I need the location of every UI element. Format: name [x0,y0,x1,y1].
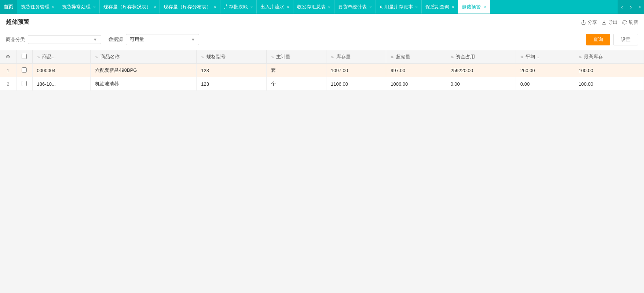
datasource-label: 数据源 [109,36,123,43]
category-filter-group: 商品分类 ▼ [6,35,101,44]
tab-10[interactable]: 保质期查询 × [422,0,458,14]
row-over-1: 1006.00 [386,77,446,91]
tab-3-close[interactable]: × [154,5,156,9]
row-code-1: 186-10... [32,77,91,91]
tab-5-close[interactable]: × [250,5,253,9]
row-checkbox-0[interactable] [22,67,27,73]
share-action[interactable]: 分享 [581,19,597,26]
sort-icon-name: ⇅ [95,55,98,59]
tab-10-close[interactable]: × [452,5,454,9]
sort-icon-unit: ⇅ [271,55,274,59]
row-unit-1: 个 [266,77,326,91]
sort-icon-over: ⇅ [391,55,394,59]
nav-arrow-left[interactable]: ‹ [618,0,626,14]
category-select-arrow: ▼ [93,37,97,42]
tab-9[interactable]: 可用量库存账本 × [376,0,422,14]
top-navigation: 首页 拣货任务管理 × 拣货异常处理 × 现存量（库存状况表） × 现存量（库存… [0,0,644,14]
row-seq-1: 2 [0,77,16,91]
datasource-select[interactable]: 可用量 ▼ [126,34,199,45]
row-spec-0: 123 [197,64,266,77]
gear-icon[interactable]: ⚙ [6,53,10,60]
col-spec-header[interactable]: ⇅ 规格型号 [197,50,266,64]
tab-8-close[interactable]: × [369,5,372,9]
col-avg-header[interactable]: ⇅ 平均... [516,50,574,64]
page-container: 超储预警 分享 导出 刷新 [0,14,644,91]
col-stock-header[interactable]: ⇅ 库存量 [326,50,386,64]
data-table: ⚙ ⇅ 商品... ⇅ 商品名称 ⇅ 规格型号 [0,50,644,91]
col-unit-header[interactable]: ⇅ 主计量 [266,50,326,64]
page-header: 超储预警 分享 导出 刷新 [0,14,644,29]
sort-icon-stock: ⇅ [331,55,334,59]
col-code-header[interactable]: ⇅ 商品... [32,50,91,64]
export-action[interactable]: 导出 [601,19,618,26]
nav-arrows: ‹ › × [618,0,644,14]
tab-2[interactable]: 拣货异常处理 × [58,0,99,14]
tab-1-close[interactable]: × [52,5,54,9]
tab-6[interactable]: 出入库流水 × [257,0,293,14]
col-capital-header[interactable]: ⇅ 资金占用 [446,50,516,64]
tab-7-close[interactable]: × [328,5,330,9]
settings-button[interactable]: 设置 [613,34,638,45]
refresh-icon [622,20,627,25]
col-over-header[interactable]: ⇅ 超储量 [386,50,446,64]
tab-6-close[interactable]: × [287,5,289,9]
refresh-action[interactable]: 刷新 [622,19,638,26]
table-body: 1 0000004 六配套新昌490BPG 123 套 1097.00 997.… [0,64,644,91]
col-max-header[interactable]: ⇅ 最高库存 [574,50,644,64]
row-avg-0: 260.00 [516,64,574,77]
tab-8[interactable]: 要货单统计表 × [334,0,376,14]
col-name-header[interactable]: ⇅ 商品名称 [91,50,197,64]
row-stock-0: 1097.00 [326,64,386,77]
table-row[interactable]: 1 0000004 六配套新昌490BPG 123 套 1097.00 997.… [0,64,644,77]
table-row[interactable]: 2 186-10... 机油滤清器 123 个 1106.00 1006.00 … [0,77,644,91]
header-actions: 分享 导出 刷新 [581,19,638,26]
row-over-0: 997.00 [386,64,446,77]
category-select[interactable]: ▼ [28,35,101,44]
nav-home[interactable]: 首页 [0,0,17,14]
row-checkbox-1[interactable] [22,81,27,86]
sort-icon-code: ⇅ [37,55,40,59]
nav-arrow-close[interactable]: × [635,0,644,14]
sort-icon-max: ⇅ [579,55,582,59]
tab-1[interactable]: 拣货任务管理 × [17,0,58,14]
filter-actions: 查询 设置 [586,34,638,45]
filter-area: 商品分类 ▼ 数据源 可用量 ▼ 查询 设置 [0,29,644,50]
sort-icon-capital: ⇅ [451,55,454,59]
col-gear: ⚙ [0,50,16,64]
category-label: 商品分类 [6,36,25,43]
tab-5[interactable]: 库存批次账 × [220,0,257,14]
table-container: ⚙ ⇅ 商品... ⇅ 商品名称 ⇅ 规格型号 [0,50,644,91]
tab-3[interactable]: 现存量（库存状况表） × [100,0,160,14]
tab-2-close[interactable]: × [93,5,95,9]
query-button[interactable]: 查询 [586,34,610,45]
row-check-0[interactable] [16,64,32,77]
row-unit-0: 套 [266,64,326,77]
row-check-1[interactable] [16,77,32,91]
sort-icon-avg: ⇅ [520,55,523,59]
row-code-0: 0000004 [32,64,91,77]
tab-4-close[interactable]: × [214,5,216,9]
datasource-value: 可用量 [130,36,144,43]
row-name-1: 机油滤清器 [91,77,197,91]
nav-arrow-right[interactable]: › [626,0,635,14]
row-capital-0: 259220.00 [446,64,516,77]
col-check-header [16,50,32,64]
tab-9-close[interactable]: × [416,5,418,9]
row-avg-1: 0.00 [516,77,574,91]
datasource-select-arrow: ▼ [191,37,195,42]
row-capital-1: 0.00 [446,77,516,91]
row-max-1: 100.00 [574,77,644,91]
tab-4[interactable]: 现存量（库存分布表） × [160,0,220,14]
select-all-checkbox[interactable] [22,54,27,59]
datasource-filter-group: 数据源 可用量 ▼ [109,34,199,45]
export-icon [601,20,607,25]
page-title: 超储预警 [6,18,29,26]
tab-7[interactable]: 收发存汇总表 × [293,0,334,14]
row-seq-0: 1 [0,64,16,77]
row-stock-1: 1106.00 [326,77,386,91]
sort-icon-spec: ⇅ [201,55,204,59]
row-max-0: 100.00 [574,64,644,77]
tab-11-close[interactable]: × [483,5,486,9]
tab-11[interactable]: 超储预警 × [458,0,490,14]
row-spec-1: 123 [197,77,266,91]
